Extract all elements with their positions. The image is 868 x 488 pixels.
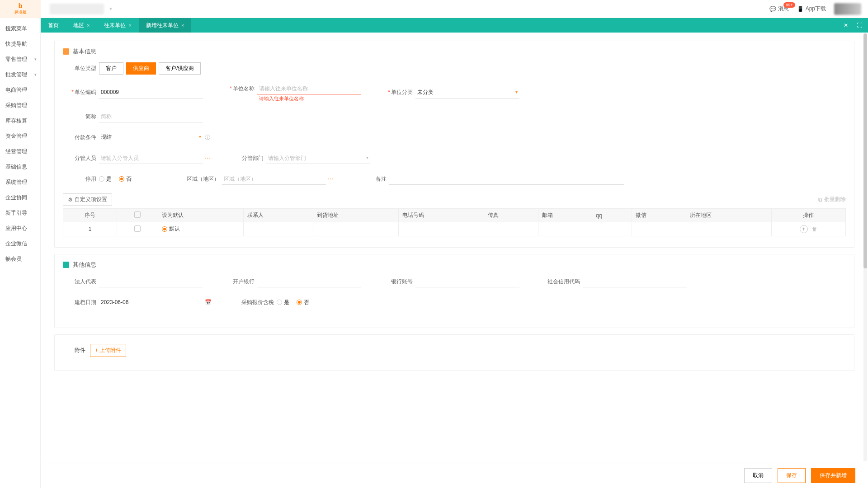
- manager-input[interactable]: [99, 152, 203, 164]
- more-icon[interactable]: ⋯: [203, 155, 212, 161]
- manager-label: 分管人员: [75, 155, 96, 161]
- close-icon[interactable]: ×: [128, 23, 131, 28]
- cell-wechat[interactable]: [632, 222, 686, 236]
- remark-input[interactable]: [389, 173, 624, 185]
- sidebar-item[interactable]: 新手引导: [0, 205, 40, 221]
- unit-type-label: 单位类型: [75, 65, 96, 71]
- tab[interactable]: 新增往来单位×: [139, 18, 191, 33]
- tab[interactable]: 往来单位×: [97, 18, 138, 33]
- stop-no-radio[interactable]: 否: [119, 175, 132, 183]
- unit-name-error: 请输入往来单位名称: [259, 95, 304, 102]
- chevron-down-icon[interactable]: ▼: [108, 6, 113, 11]
- scrollbar-track[interactable]: [863, 33, 867, 461]
- close-all-tabs-button[interactable]: ✕: [840, 19, 852, 31]
- table-header: qq: [592, 209, 632, 222]
- scrollbar-thumb[interactable]: [863, 33, 867, 268]
- sidebar-item[interactable]: 应用中心: [0, 221, 40, 236]
- unit-code-input[interactable]: [99, 87, 203, 99]
- row-checkbox[interactable]: [134, 225, 141, 232]
- short-label: 简称: [85, 113, 96, 120]
- credit-input[interactable]: [583, 276, 687, 287]
- unit-name-input[interactable]: [257, 83, 361, 94]
- tab[interactable]: 地区×: [66, 18, 97, 33]
- cell-qq[interactable]: [592, 222, 632, 236]
- unit-code-label: 单位编码: [75, 89, 96, 95]
- upload-attachment-button[interactable]: + 上传附件: [90, 344, 126, 357]
- stop-yes-radio[interactable]: 是: [99, 175, 112, 183]
- unit-code-field: *单位编码: [63, 83, 203, 102]
- cell-email[interactable]: [538, 222, 592, 236]
- pay-term-select[interactable]: [99, 131, 203, 143]
- pay-term-field: 付款条件 ▾ ⓘ: [63, 131, 212, 144]
- sidebar-item[interactable]: 资金管理: [0, 128, 40, 144]
- select-all-checkbox[interactable]: [134, 211, 141, 218]
- tab[interactable]: 首页: [41, 18, 66, 33]
- unit-category-select[interactable]: [415, 87, 519, 99]
- dept-select[interactable]: [266, 152, 370, 164]
- sidebar-item[interactable]: 搜索菜单: [0, 21, 40, 36]
- table-header: 到货地址: [313, 209, 399, 222]
- unit-type-option[interactable]: 供应商: [126, 62, 156, 75]
- sidebar-item[interactable]: 基础信息: [0, 159, 40, 174]
- more-icon[interactable]: ⋯: [326, 176, 335, 182]
- cell-phone[interactable]: [399, 222, 484, 236]
- cell-region[interactable]: [686, 222, 771, 236]
- unit-category-field: *单位分类 ▾: [379, 83, 519, 102]
- sidebar-item[interactable]: 企业协同: [0, 190, 40, 205]
- sidebar-item[interactable]: 库存核算: [0, 113, 40, 128]
- region-input[interactable]: [222, 173, 326, 185]
- sidebar-item[interactable]: 批发管理▾: [0, 67, 40, 82]
- legal-input[interactable]: [99, 276, 203, 287]
- cell-address[interactable]: [313, 222, 399, 236]
- manager-field: 分管人员 ⋯: [63, 152, 212, 164]
- bulk-delete-button[interactable]: ⧉批量删除: [818, 193, 846, 206]
- sidebar-item[interactable]: 畅会员: [0, 251, 40, 267]
- tax-yes-radio[interactable]: 是: [277, 299, 289, 306]
- createdate-input[interactable]: [99, 296, 203, 308]
- add-row-button[interactable]: +: [800, 225, 808, 233]
- attachment-card: 附件 + 上传附件: [54, 334, 854, 371]
- cell-contact[interactable]: [243, 222, 313, 236]
- bank-input[interactable]: [257, 276, 361, 287]
- help-icon[interactable]: ⓘ: [203, 134, 212, 141]
- messages-button[interactable]: 💬 消息 99+: [769, 5, 789, 13]
- unit-type-option[interactable]: 客户: [99, 62, 123, 75]
- logo-edition: 标准版: [14, 9, 27, 15]
- other-info-card: 其他信息 法人代表 开户银行 银行账号 社会信用代码 建档日期 📅: [54, 254, 854, 328]
- custom-fields-button[interactable]: ⚙自定义项设置: [63, 193, 112, 206]
- tax-no-radio[interactable]: 否: [297, 299, 309, 306]
- sidebar-item[interactable]: 系统管理: [0, 174, 40, 190]
- topbar-center: ▼: [41, 4, 769, 14]
- close-icon[interactable]: ×: [181, 23, 184, 28]
- tabbar-right: ✕ ⛶: [840, 18, 868, 33]
- sidebar-item[interactable]: 经营管理: [0, 144, 40, 159]
- delete-row-button[interactable]: 🗑: [812, 226, 817, 232]
- sidebar-item[interactable]: 快捷导航: [0, 36, 40, 52]
- save-button[interactable]: 保存: [778, 468, 806, 483]
- sidebar-item[interactable]: 采购管理: [0, 98, 40, 113]
- app-download-button[interactable]: 📱 App下载: [797, 5, 826, 13]
- bankno-input[interactable]: [415, 276, 519, 287]
- other-info-label: 其他信息: [73, 261, 96, 269]
- section-icon: [63, 48, 69, 55]
- calendar-icon[interactable]: 📅: [203, 299, 213, 305]
- sidebar-item[interactable]: 电商管理: [0, 82, 40, 98]
- stop-label: 停用: [85, 176, 96, 182]
- cell-fax[interactable]: [484, 222, 538, 236]
- short-name-input[interactable]: [99, 111, 203, 122]
- fullscreen-button[interactable]: ⛶: [854, 19, 865, 31]
- contacts-table: 序号设为默认联系人到货地址电话号码传真邮箱qq微信所在地区操作 1 默认: [63, 208, 846, 236]
- close-icon[interactable]: ×: [87, 23, 90, 28]
- cancel-button[interactable]: 取消: [744, 468, 772, 483]
- save-and-new-button[interactable]: 保存并新增: [811, 468, 855, 483]
- table-row: 1 默认: [63, 222, 846, 236]
- avatar[interactable]: [834, 3, 861, 15]
- sidebar-item[interactable]: 零售管理▾: [0, 52, 40, 67]
- sidebar: 搜索菜单快捷导航零售管理▾批发管理▾电商管理采购管理库存核算资金管理经营管理基础…: [0, 18, 41, 488]
- table-header: 序号: [63, 209, 117, 222]
- sidebar-item[interactable]: 企业微信: [0, 236, 40, 251]
- form-body: 基本信息 单位类型 客户供应商客户/供应商 *单位编码: [41, 33, 868, 488]
- region-label: 区域（地区）: [187, 176, 219, 182]
- row-default-radio[interactable]: 默认: [162, 225, 180, 233]
- unit-type-option[interactable]: 客户/供应商: [159, 62, 201, 75]
